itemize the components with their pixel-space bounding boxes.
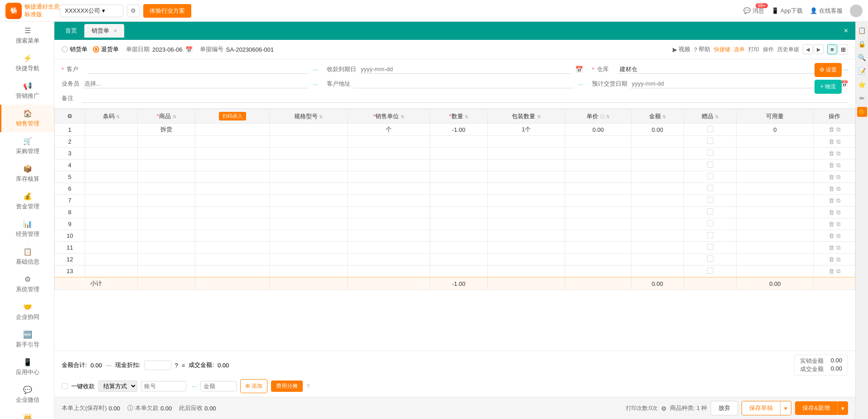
receipt-calendar-icon[interactable]: 📅	[575, 66, 583, 73]
delete-icon-11[interactable]: 🗑	[829, 244, 834, 251]
save-new-dropdown[interactable]: ▾	[838, 401, 848, 415]
delete-icon-6[interactable]: 🗑	[829, 185, 834, 193]
gift-checkbox-4[interactable]	[707, 161, 713, 168]
panel-icon-4[interactable]: 📝	[857, 66, 867, 76]
account-dots[interactable]: ···	[192, 383, 197, 390]
logistics-button[interactable]: + 物流	[815, 80, 842, 94]
sidebar-item-cooperation[interactable]: 🤝 企业协同	[0, 298, 54, 326]
save-draft-dropdown[interactable]: ▾	[781, 401, 791, 415]
tab-close-icon[interactable]: ×	[114, 28, 117, 34]
save-draft-button[interactable]: 保存草稿	[742, 401, 781, 415]
panel-icon-2[interactable]: 🔒	[857, 39, 867, 49]
nav-next[interactable]: ▶	[814, 44, 824, 54]
copy-icon-8[interactable]: ⧉	[836, 209, 840, 216]
sidebar-item-basic[interactable]: 📋 基础信息	[0, 243, 54, 270]
delete-icon-4[interactable]: 🗑	[829, 162, 834, 169]
operate-link[interactable]: 操作	[763, 46, 774, 53]
copy-icon-10[interactable]: ⧉	[836, 232, 840, 240]
select-link[interactable]: 选单	[734, 46, 745, 53]
copy-icon-3[interactable]: ⧉	[836, 150, 840, 157]
panel-icon-3[interactable]: 🔍	[857, 53, 867, 63]
addr-dots[interactable]: ···	[578, 81, 583, 87]
gift-checkbox-8[interactable]	[707, 208, 713, 215]
receipt-date-input[interactable]	[359, 65, 571, 74]
radio-sales-order[interactable]: 销货单	[62, 45, 87, 53]
fee-split-button[interactable]: 费用分摊	[271, 380, 303, 392]
copy-icon-1[interactable]: ⧉	[836, 126, 840, 133]
col-scan[interactable]: 扫码录入	[195, 109, 270, 124]
calc-method-select[interactable]: 结算方式	[98, 380, 137, 392]
delete-icon-10[interactable]: 🗑	[829, 232, 834, 240]
company-selector[interactable]: XXXXXX公司 ▾	[60, 5, 123, 17]
add-payment-button[interactable]: ⊕ 添加	[240, 379, 267, 393]
history-link[interactable]: 历史单据	[777, 46, 799, 53]
sidebar-item-system[interactable]: ⚙ 系统管理	[0, 270, 54, 298]
customer-input[interactable]	[87, 65, 308, 74]
panel-icon-6[interactable]: ✏	[857, 93, 867, 103]
settings-button[interactable]: ⚙ 设置	[815, 63, 842, 77]
gift-checkbox-6[interactable]	[707, 185, 713, 191]
expected-date-input[interactable]	[630, 79, 836, 88]
delete-icon-12[interactable]: 🗑	[829, 256, 834, 263]
view-grid-icon[interactable]: ⊞	[838, 44, 848, 54]
sidebar-item-search[interactable]: ☰ 搜索菜单	[0, 22, 54, 49]
gift-checkbox-5[interactable]	[707, 173, 713, 179]
delete-icon-1[interactable]: 🗑	[829, 126, 834, 133]
sidebar-item-operations[interactable]: 📊 经营管理	[0, 215, 54, 243]
col-settings[interactable]: ⚙	[55, 109, 85, 124]
avatar[interactable]	[850, 5, 863, 17]
shortcut-link[interactable]: 快捷键	[714, 46, 730, 53]
online-service-button[interactable]: 👤 在线客服	[810, 7, 843, 15]
warehouse-input[interactable]	[618, 65, 839, 74]
sidebar-item-finance[interactable]: 💰 资金管理	[0, 188, 54, 215]
copy-icon-6[interactable]: ⧉	[836, 185, 840, 193]
delete-icon-2[interactable]: 🗑	[829, 138, 834, 145]
copy-icon-12[interactable]: ⧉	[836, 256, 840, 263]
copy-icon-7[interactable]: ⧉	[836, 197, 840, 204]
abandon-button[interactable]: 放弃	[711, 401, 738, 415]
gift-checkbox-11[interactable]	[707, 244, 713, 250]
copy-icon-11[interactable]: ⧉	[836, 244, 840, 251]
gift-checkbox-1[interactable]	[707, 126, 713, 132]
copy-icon-2[interactable]: ⧉	[836, 138, 840, 145]
copy-icon-13[interactable]: ⧉	[836, 268, 840, 275]
copy-icon-4[interactable]: ⧉	[836, 162, 840, 169]
delete-icon-7[interactable]: 🗑	[829, 197, 834, 204]
gift-checkbox-7[interactable]	[707, 197, 713, 203]
tab-home[interactable]: 首页	[58, 24, 84, 38]
nav-prev[interactable]: ◀	[803, 44, 813, 54]
message-button[interactable]: 💬 消息 99+	[743, 7, 764, 15]
sidebar-item-members[interactable]: 👑 畅会员	[0, 409, 54, 419]
save-new-button[interactable]: 保存&新增	[795, 401, 838, 415]
panel-icon-1[interactable]: 📋	[857, 25, 867, 35]
view-list-icon[interactable]: ≡	[827, 44, 837, 54]
sidebar-item-apps[interactable]: 📱 应用中心	[0, 353, 54, 381]
copy-icon-5[interactable]: ⧉	[836, 173, 840, 181]
gift-checkbox-2[interactable]	[707, 138, 713, 144]
window-close-icon[interactable]: ×	[840, 27, 852, 35]
sidebar-item-quick-nav[interactable]: ⚡ 快捷导航	[0, 49, 54, 77]
video-link[interactable]: ▶ 视频	[673, 45, 690, 53]
amount-input[interactable]	[200, 381, 237, 391]
one-click-payment-checkbox[interactable]	[62, 383, 68, 389]
delete-icon-8[interactable]: 🗑	[829, 209, 834, 216]
scan-btn[interactable]: 扫码录入	[219, 112, 246, 120]
delete-icon-13[interactable]: 🗑	[829, 268, 834, 275]
sidebar-item-marketing[interactable]: 📢 营销推广	[0, 77, 54, 105]
fee-help-icon[interactable]: ?	[306, 383, 310, 390]
gift-checkbox-12[interactable]	[707, 255, 713, 262]
radio-return-order[interactable]: 退货单	[93, 45, 119, 53]
customer-addr-input[interactable]	[353, 79, 573, 88]
print-link[interactable]: 打印	[748, 46, 759, 53]
panel-icon-5[interactable]: ⭐	[857, 80, 867, 90]
delete-icon-9[interactable]: 🗑	[829, 221, 834, 228]
salesperson-dots[interactable]: ···	[313, 81, 318, 87]
gift-checkbox-13[interactable]	[707, 267, 713, 274]
gift-checkbox-9[interactable]	[707, 220, 713, 226]
warehouse-dots[interactable]: ···	[843, 66, 848, 73]
gift-checkbox-3[interactable]	[707, 149, 713, 156]
settings-icon[interactable]: ⚙	[127, 5, 140, 17]
help-link[interactable]: ? 帮助	[694, 45, 710, 53]
tab-sales-order[interactable]: 销货单 ×	[84, 24, 124, 38]
delete-icon-5[interactable]: 🗑	[829, 173, 834, 181]
